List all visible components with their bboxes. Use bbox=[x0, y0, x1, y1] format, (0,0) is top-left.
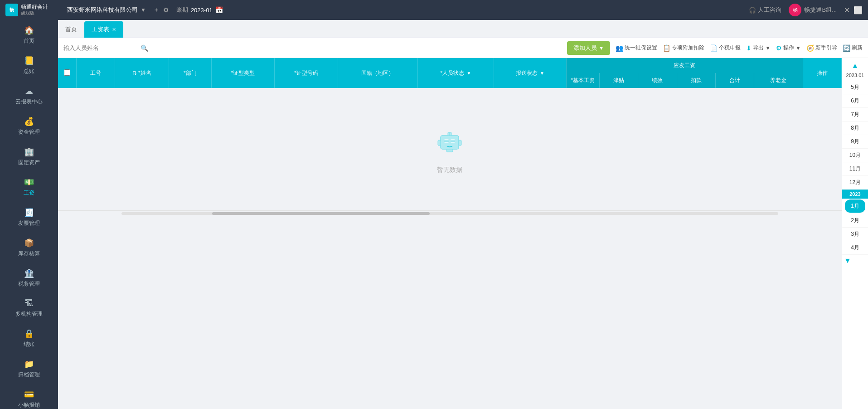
bottom-scrollbar[interactable] bbox=[58, 210, 842, 216]
top-header: 畅 畅通好会计 旗舰版 西安虾米网络科技有限公司 ▼ ＋ ⚙ 账期 2023-0… bbox=[0, 0, 868, 20]
panel-nav-down-button[interactable]: ▼ bbox=[842, 255, 868, 267]
toolbar: 🔍 添加人员 ▼ 👥 统一社保设置 📋 专项附加扣除 📄 个税申报 bbox=[58, 38, 868, 58]
close-period-icon: 🔒 bbox=[24, 329, 34, 339]
salary-table: 工号 ⇅ *姓名 *部门 *证型类型 *证型号码 国籍（地区） *人员状态 ▼ bbox=[58, 58, 842, 210]
sidebar-label-close: 结账 bbox=[24, 341, 34, 348]
search-input[interactable] bbox=[63, 44, 136, 51]
th-deduction: 扣款 bbox=[677, 73, 715, 88]
guide-toolbar-icon: 🧭 bbox=[806, 44, 814, 52]
social-settings-button[interactable]: 👥 统一社保设置 bbox=[616, 44, 657, 52]
sidebar-item-archive[interactable]: 📁 归档管理 bbox=[0, 354, 58, 384]
th-total: 合计 bbox=[715, 73, 754, 88]
add-company-button[interactable]: ＋ bbox=[153, 6, 160, 14]
operate-button[interactable]: ⚙ 操作 ▼ bbox=[776, 44, 801, 52]
company-name: 西安虾米网络科技有限公司 bbox=[67, 6, 138, 14]
toolbar-right: 添加人员 ▼ 👥 统一社保设置 📋 专项附加扣除 📄 个税申报 ⬇ bbox=[567, 41, 863, 55]
sidebar-item-home[interactable]: 🏠 首页 bbox=[0, 20, 58, 50]
panel-nav-up-button[interactable]: ▲ bbox=[850, 60, 861, 72]
month-item-6[interactable]: 6月 bbox=[842, 94, 868, 108]
sidebar-item-tax[interactable]: 🏦 税务管理 bbox=[0, 263, 58, 293]
th-performance: 绩效 bbox=[638, 73, 677, 88]
sidebar-item-multi[interactable]: 🏗 多机构管理 bbox=[0, 293, 58, 323]
deduct-button[interactable]: 📋 专项附加扣除 bbox=[663, 44, 704, 52]
period-value: 2023-01 bbox=[191, 7, 213, 14]
select-all-checkbox[interactable] bbox=[64, 69, 70, 76]
tax-report-button[interactable]: 📄 个税申报 bbox=[710, 44, 741, 52]
company-dropdown-icon[interactable]: ▼ bbox=[141, 7, 146, 13]
scroll-thumb[interactable] bbox=[212, 212, 430, 215]
sidebar-label-fund: 资金管理 bbox=[18, 128, 40, 136]
calendar-icon[interactable]: 📅 bbox=[215, 6, 223, 14]
sidebar-item-salary[interactable]: 💵 工资 bbox=[0, 172, 58, 202]
sidebar-label-salary: 工资 bbox=[24, 189, 34, 197]
tab-home-label: 首页 bbox=[65, 25, 77, 34]
right-panel-top: ▲ 2023.01 bbox=[842, 58, 868, 81]
close-window-button[interactable]: ✕ bbox=[844, 6, 850, 15]
sidebar-item-ledger[interactable]: 📒 总账 bbox=[0, 50, 58, 81]
th-status: *人员状态 ▼ bbox=[417, 58, 494, 88]
empty-state-cell: 暂无数据 bbox=[58, 88, 842, 210]
guide-button[interactable]: 🧭 新手引导 bbox=[806, 44, 837, 52]
month-item-9[interactable]: 9月 bbox=[842, 135, 868, 149]
sidebar: 🏠 首页 📒 总账 ☁ 云报表中心 💰 资金管理 🏢 固定资产 💵 工资 🧾 发… bbox=[0, 20, 58, 409]
add-person-label: 添加人员 bbox=[573, 44, 597, 52]
maximize-window-button[interactable]: ⬜ bbox=[853, 6, 863, 15]
deduct-label: 专项附加扣除 bbox=[672, 44, 704, 52]
month-item-11[interactable]: 11月 bbox=[842, 162, 868, 176]
sidebar-item-cloud[interactable]: ☁ 云报表中心 bbox=[0, 81, 58, 111]
month-item-3[interactable]: 3月 bbox=[842, 228, 868, 241]
month-item-4[interactable]: 4月 bbox=[842, 241, 868, 255]
sidebar-label-multi: 多机构管理 bbox=[15, 310, 43, 318]
logo-sub: 旗舰版 bbox=[21, 10, 48, 16]
user-area[interactable]: 畅 畅捷通B组... bbox=[789, 4, 837, 16]
tab-salary-table[interactable]: 工资表 ✕ bbox=[84, 21, 123, 38]
month-item-2[interactable]: 2月 bbox=[842, 214, 868, 228]
export-button[interactable]: ⬇ 导出 ▼ bbox=[746, 44, 771, 52]
sidebar-label-ledger: 总账 bbox=[24, 68, 34, 75]
sidebar-item-close[interactable]: 🔒 结账 bbox=[0, 323, 58, 354]
sidebar-label-invoice: 发票管理 bbox=[18, 219, 40, 227]
service-button[interactable]: 🎧 人工咨询 bbox=[749, 6, 781, 14]
th-pension: 养老金 bbox=[754, 73, 803, 88]
guide-label: 新手引导 bbox=[815, 44, 837, 52]
company-area[interactable]: 西安虾米网络科技有限公司 ▼ bbox=[67, 6, 146, 14]
sidebar-item-stock[interactable]: 📦 库存核算 bbox=[0, 233, 58, 263]
th-country: 国籍（地区） bbox=[338, 58, 417, 88]
filter-status-icon[interactable]: ▼ bbox=[466, 71, 471, 76]
settings-icon-button[interactable]: ⚙ bbox=[163, 6, 169, 14]
sidebar-item-invoice[interactable]: 🧾 发票管理 bbox=[0, 202, 58, 233]
month-item-7[interactable]: 7月 bbox=[842, 108, 868, 122]
th-dept: *部门 bbox=[169, 58, 211, 88]
svg-rect-6 bbox=[438, 140, 441, 146]
month-item-5[interactable]: 5月 bbox=[842, 81, 868, 94]
logo-area: 畅 畅通好会计 旗舰版 bbox=[5, 4, 63, 16]
expense-icon: 💳 bbox=[24, 390, 34, 399]
sidebar-item-expense[interactable]: 💳 小畅报销 bbox=[0, 384, 58, 409]
month-item-12[interactable]: 12月 bbox=[842, 176, 868, 190]
deduct-icon: 📋 bbox=[663, 44, 670, 52]
sidebar-label-archive: 归档管理 bbox=[18, 371, 40, 379]
add-person-button[interactable]: 添加人员 ▼ bbox=[567, 41, 610, 55]
export-dropdown-icon: ▼ bbox=[765, 45, 771, 51]
refresh-button[interactable]: 🔄 刷新 bbox=[843, 44, 863, 52]
tax-report-label: 个税申报 bbox=[719, 44, 741, 52]
header-right: 🎧 人工咨询 畅 畅捷通B组... ✕ ⬜ bbox=[749, 4, 863, 16]
month-item-8[interactable]: 8月 bbox=[842, 122, 868, 135]
month-item-1[interactable]: 1月 bbox=[845, 200, 865, 213]
th-allowance: 津贴 bbox=[600, 73, 638, 88]
th-salary-group: 应发工资 bbox=[566, 58, 803, 73]
archive-icon: 📁 bbox=[24, 359, 34, 369]
tab-home[interactable]: 首页 bbox=[58, 21, 84, 38]
export-label: 导出 bbox=[753, 44, 764, 52]
tab-close-icon[interactable]: ✕ bbox=[112, 27, 116, 33]
add-person-dropdown-icon: ▼ bbox=[599, 45, 604, 51]
month-item-10[interactable]: 10月 bbox=[842, 149, 868, 162]
filter-report-icon[interactable]: ▼ bbox=[540, 71, 544, 76]
right-panel: ▲ 2023.01 5月 6月 7月 8月 9月 10月 11月 12月 202… bbox=[842, 58, 868, 409]
year-badge[interactable]: 2023 bbox=[842, 190, 868, 199]
main-layout: 🏠 首页 📒 总账 ☁ 云报表中心 💰 资金管理 🏢 固定资产 💵 工资 🧾 发… bbox=[0, 20, 868, 409]
content-area: 首页 工资表 ✕ 🔍 添加人员 ▼ 👥 统一社保设置 � bbox=[58, 20, 868, 409]
th-checkbox[interactable] bbox=[58, 58, 76, 88]
sidebar-item-assets[interactable]: 🏢 固定资产 bbox=[0, 141, 58, 172]
sidebar-item-fund[interactable]: 💰 资金管理 bbox=[0, 111, 58, 141]
